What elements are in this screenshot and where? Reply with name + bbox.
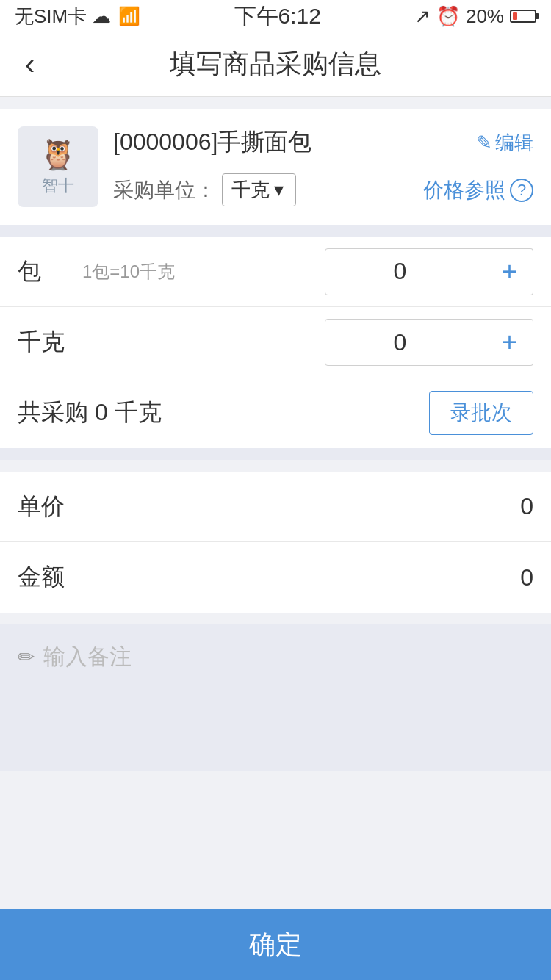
bao-plus-button[interactable]: + <box>486 248 533 295</box>
status-right: ↗ ⏰ 20% <box>414 5 536 28</box>
unit-label: 采购单位： <box>113 176 216 204</box>
bao-label: 包 <box>18 256 76 288</box>
pencil-icon: ✏ <box>18 645 35 669</box>
battery-icon <box>510 10 536 23</box>
price-ref-button[interactable]: 价格参照 ? <box>423 176 533 204</box>
summary-text: 共采购 0 千克 <box>18 397 162 429</box>
unit-select[interactable]: 千克 ▾ <box>222 173 296 206</box>
kg-plus-button[interactable]: + <box>486 319 533 366</box>
kg-input-control: + <box>325 319 533 366</box>
battery-text: 20% <box>466 5 504 28</box>
note-placeholder: 输入备注 <box>43 642 132 672</box>
unit-price-row: 单价 0 <box>0 472 551 542</box>
bao-input[interactable] <box>325 248 486 295</box>
edit-button[interactable]: ✎ 编辑 <box>476 130 533 156</box>
quantity-section: 包 1包=10千克 + 千克 + <box>0 237 551 378</box>
price-ref-label: 价格参照 <box>423 176 505 204</box>
bao-input-control: + <box>325 248 533 295</box>
product-image: 🦉 智十 <box>18 126 98 207</box>
bao-sublabel: 1包=10千克 <box>82 260 325 284</box>
nav-bar: ‹ 填写商品采购信息 <box>0 32 551 97</box>
product-logo-text: 智十 <box>42 175 74 197</box>
unit-price-label: 单价 <box>18 491 65 523</box>
edit-label: 编辑 <box>495 130 533 156</box>
bao-row: 包 1包=10千克 + <box>0 237 551 307</box>
unit-value: 千克 <box>231 177 270 203</box>
batch-button[interactable]: 录批次 <box>429 391 533 435</box>
note-section: ✏ 输入备注 <box>0 624 551 771</box>
product-name-row: [0000006]手撕面包 ✎ 编辑 <box>113 126 533 159</box>
bottom-spacer <box>0 771 551 842</box>
battery-fill <box>513 12 517 20</box>
product-info: [0000006]手撕面包 ✎ 编辑 采购单位： 千克 ▾ 价格参照 ? <box>113 126 533 206</box>
status-left: 无SIM卡 ☁ 📶 <box>15 4 140 29</box>
help-icon: ? <box>510 179 533 202</box>
amount-label: 金额 <box>18 561 65 594</box>
status-bar: 无SIM卡 ☁ 📶 下午6:12 ↗ ⏰ 20% <box>0 0 551 32</box>
edit-icon: ✎ <box>476 131 492 154</box>
wifi-icon: 📶 <box>118 6 140 26</box>
product-card: 🦉 智十 [0000006]手撕面包 ✎ 编辑 采购单位： 千克 ▾ 价格参照 … <box>0 109 551 225</box>
status-time: 下午6:12 <box>234 1 321 32</box>
kg-label: 千克 <box>18 326 76 359</box>
product-name: [0000006]手撕面包 <box>113 126 311 159</box>
unit-dropdown-icon: ▾ <box>274 179 284 201</box>
summary-row: 共采购 0 千克 录批次 <box>0 378 551 448</box>
product-logo-icon: 🦉 <box>40 137 76 172</box>
amount-value: 0 <box>520 564 533 591</box>
kg-row: 千克 + <box>0 307 551 378</box>
back-button[interactable]: ‹ <box>18 40 42 88</box>
sim-label: 无SIM卡 ☁ <box>15 4 111 29</box>
divider-2 <box>0 448 551 460</box>
alarm-icon: ⏰ <box>436 5 460 28</box>
kg-input[interactable] <box>325 319 486 366</box>
confirm-button[interactable]: 确定 <box>0 909 551 980</box>
page-title: 填写商品采购信息 <box>170 46 381 82</box>
amount-row: 金额 0 <box>0 542 551 613</box>
unit-price-value: 0 <box>520 493 533 520</box>
note-input-row[interactable]: ✏ 输入备注 <box>18 642 533 672</box>
price-section: 单价 0 金额 0 <box>0 472 551 613</box>
divider-1 <box>0 225 551 237</box>
location-icon: ↗ <box>414 5 431 28</box>
product-unit-row: 采购单位： 千克 ▾ 价格参照 ? <box>113 173 533 206</box>
